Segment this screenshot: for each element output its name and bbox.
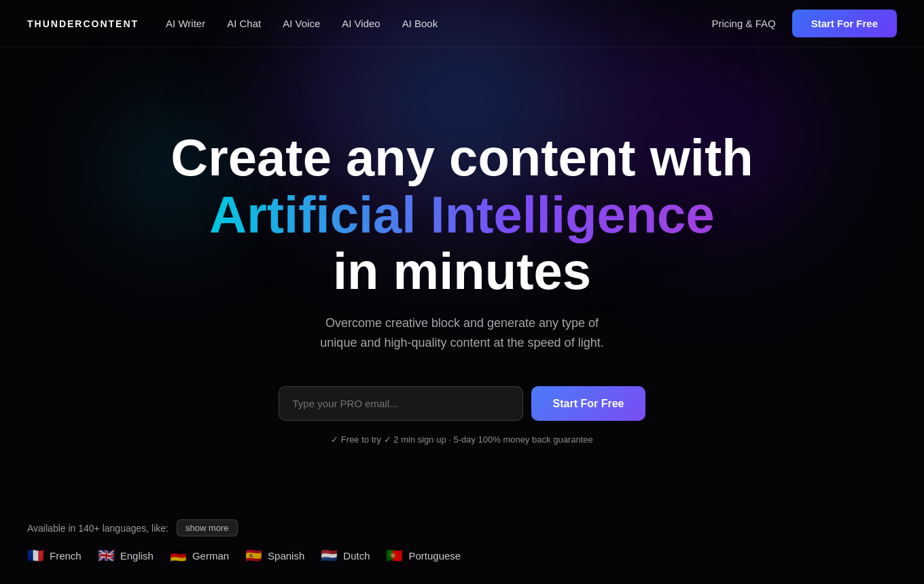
hero-start-button[interactable]: Start For Free: [531, 386, 646, 421]
pricing-link[interactable]: Pricing & FAQ: [711, 18, 775, 29]
guarantee-text: ✓ Free to try ✓ 2 min sign up · 5-day 10…: [14, 434, 910, 445]
label-dutch: Dutch: [343, 550, 370, 562]
languages-header: Available in 140+ languages, like: show …: [27, 519, 897, 536]
nav-link-ai-book[interactable]: AI Book: [402, 18, 438, 29]
label-german: German: [192, 550, 229, 562]
language-spanish: 🇪🇸 Spanish: [245, 547, 304, 564]
nav-link-ai-chat[interactable]: AI Chat: [227, 18, 261, 29]
flag-french: 🇫🇷: [27, 547, 44, 564]
cta-form: Start For Free: [14, 386, 910, 421]
language-flags: 🇫🇷 French 🇬🇧 English 🇩🇪 German 🇪🇸 Spanis…: [27, 547, 897, 564]
languages-header-text: Available in 140+ languages, like:: [27, 523, 168, 534]
language-german: 🇩🇪 German: [170, 547, 229, 564]
nav-right: Pricing & FAQ Start For Free: [711, 10, 897, 37]
hero-subtitle-line2: unique and high-quality content at the s…: [320, 336, 603, 349]
hero-subtitle-line1: Overcome creative block and generate any…: [325, 316, 599, 330]
navbar: THUNDERCONTENT AI Writer AI Chat AI Voic…: [0, 0, 924, 48]
flag-dutch: 🇳🇱: [321, 547, 338, 564]
hero-title-artificial: Artificial: [209, 186, 416, 243]
hero-title-line3: in minutes: [333, 242, 591, 300]
label-english: English: [120, 550, 154, 562]
nav-link-ai-video[interactable]: AI Video: [342, 18, 380, 29]
nav-links: AI Writer AI Chat AI Voice AI Video AI B…: [166, 18, 438, 30]
nav-link-ai-writer[interactable]: AI Writer: [166, 18, 205, 29]
label-spanish: Spanish: [268, 550, 304, 562]
language-french: 🇫🇷 French: [27, 547, 82, 564]
flag-german: 🇩🇪: [170, 547, 187, 564]
languages-section: Available in 140+ languages, like: show …: [0, 519, 924, 584]
flag-portuguese: 🇵🇹: [386, 547, 403, 564]
language-dutch: 🇳🇱 Dutch: [321, 547, 370, 564]
flag-english: 🇬🇧: [98, 547, 115, 564]
nav-link-ai-voice[interactable]: AI Voice: [283, 18, 320, 29]
hero-title-line1: Create any content with: [171, 128, 753, 186]
email-input[interactable]: [279, 386, 523, 421]
flag-spanish: 🇪🇸: [245, 547, 262, 564]
brand-logo: THUNDERCONTENT: [27, 18, 139, 29]
nav-start-button[interactable]: Start For Free: [792, 10, 897, 37]
nav-left: THUNDERCONTENT AI Writer AI Chat AI Voic…: [27, 18, 438, 30]
language-english: 🇬🇧 English: [98, 547, 154, 564]
show-more-button[interactable]: show more: [177, 519, 238, 536]
hero-title-gradient: Artificial Intelligence: [209, 186, 714, 243]
language-portuguese: 🇵🇹 Portuguese: [386, 547, 461, 564]
hero-title: Create any content with Artificial Intel…: [14, 129, 910, 300]
hero-subtitle: Overcome creative block and generate any…: [14, 313, 910, 353]
hero-title-intelligence: Intelligence: [431, 186, 715, 243]
label-portuguese: Portuguese: [408, 550, 461, 562]
label-french: French: [50, 550, 82, 562]
hero-section: Create any content with Artificial Intel…: [0, 48, 924, 519]
